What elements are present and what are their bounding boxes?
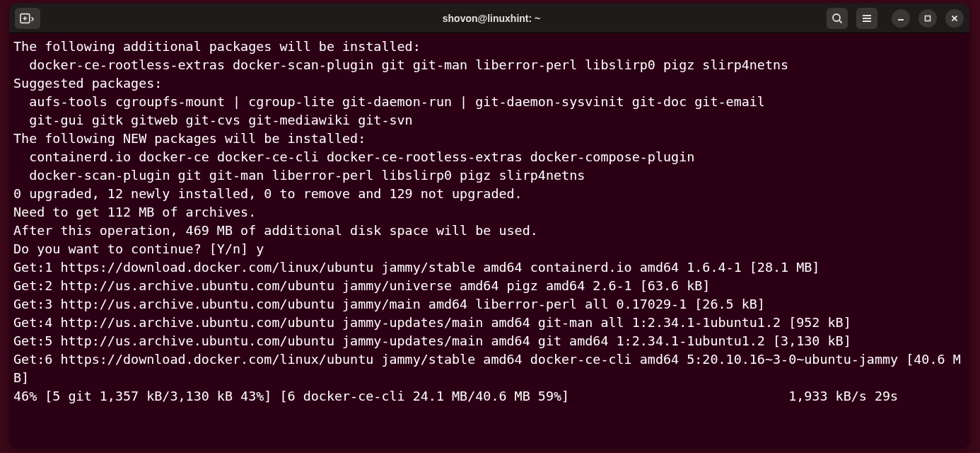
terminal-output: The following additional packages will b… [13,38,967,406]
new-tab-button[interactable] [15,8,40,29]
title-bar: shovon@linuxhint: ~ [9,4,969,33]
window-title: shovon@linuxhint: ~ [156,13,827,24]
close-button[interactable] [945,9,964,28]
terminal-body[interactable]: The following additional packages will b… [9,33,969,448]
minimize-button[interactable] [892,9,910,28]
title-bar-right [827,8,964,29]
search-button[interactable] [827,8,848,29]
hamburger-icon [861,13,873,24]
minimize-icon [897,14,905,23]
title-bar-left [15,8,156,29]
menu-button[interactable] [856,8,877,29]
window-controls [892,9,964,28]
close-icon [950,14,959,23]
maximize-icon [923,14,932,23]
new-tab-icon [20,13,35,24]
terminal-window: shovon@linuxhint: ~ [9,4,969,448]
svg-line-4 [839,21,842,23]
maximize-button[interactable] [918,9,937,28]
svg-rect-9 [926,16,931,21]
search-icon [832,13,843,24]
svg-point-3 [833,14,840,21]
